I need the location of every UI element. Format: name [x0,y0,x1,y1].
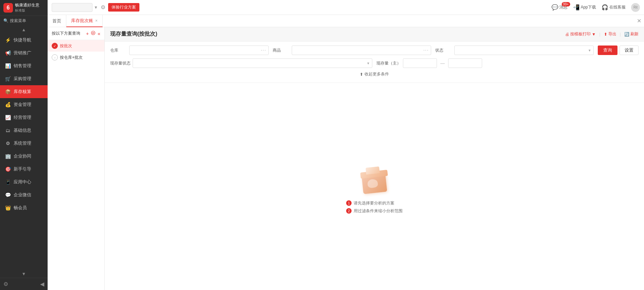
refresh-btn[interactable]: 🔄 刷新 [624,31,639,37]
sidebar-item-shortcut[interactable]: ⚡ 快捷导航 [0,34,48,47]
sidebar-item-base[interactable]: 🗂 基础信息 [0,124,48,137]
empty-illustration [356,159,393,196]
warehouse-input[interactable]: ··· [129,46,269,55]
stock-status-dropdown[interactable]: ▼ [133,58,372,68]
user-avatar-area[interactable]: Rit [631,3,640,12]
finance-icon: 💰 [5,102,11,108]
warehouse-label: 仓库 [110,48,127,53]
status-dropdown[interactable]: ▼ [454,46,594,55]
inventory-icon: 📦 [5,89,11,95]
sidebar-label-marketing: 营销推广 [14,50,31,56]
member-icon: 👑 [5,205,11,211]
tab-inventory-batch[interactable]: 库存批次账 × [66,15,103,27]
sidebar-item-system[interactable]: ⚙ 系统管理 [0,137,48,150]
stock-status-label: 现存量状态 [110,60,131,66]
sidebar-label-finance: 资金管理 [14,102,31,108]
stock-qty-field: 现存量（主） — [376,58,639,68]
topbar-search-input[interactable] [52,3,92,12]
base-icon: 🗂 [5,127,11,133]
message-icon: 💬 [552,4,558,11]
tab-close-btn[interactable]: × [95,18,98,23]
tab-inventory-batch-label: 库存批次账 [71,18,93,24]
search-area: 仓库 ··· 商品 ··· 状态 [105,41,644,83]
app-download-btn[interactable]: 📲 App下载 [573,4,596,11]
topbar-right: 💬 消息 99+ 📲 App下载 🎧 在线客服 Rit [552,3,640,12]
svg-point-0 [91,31,95,35]
tab-home-label: 首页 [52,18,61,24]
messages-btn[interactable]: 💬 消息 99+ [552,4,567,11]
experience-btn[interactable]: 体验行业方案 [108,3,139,12]
tab-home[interactable]: 首页 [48,15,66,27]
sidebar-item-appstore[interactable]: 📱 应用中心 [0,176,48,188]
app-download-label: App下载 [581,4,596,10]
sidebar-item-sales[interactable]: 📊 销售管理 [0,59,48,72]
page-header: 现存量查询(按批次) 🖨 按模板打印 ▼ | ⬆ 导出 | 🔄 [105,27,644,41]
template-print-label: 按模板打印 [570,31,591,37]
plan-item-by-warehouse-batch[interactable]: ○ 按仓库+批次 [48,52,104,63]
topbar-gear-btn[interactable]: ⚙ [99,3,107,12]
plan-item-by-batch[interactable]: ✓ 按批次 [48,40,104,52]
sidebar-nav: ⚡ 快捷导航 📢 营销推广 📊 销售管理 🛒 采购管理 📦 库存核算 💰 资金管… [0,34,48,270]
app-edition: 标准版 [15,8,39,13]
plan-label-by-warehouse-batch: 按仓库+批次 [60,55,83,60]
sidebar-item-newbie[interactable]: 🎯 新手引导 [0,163,48,176]
service-icon: 🎧 [601,4,608,11]
sidebar-search[interactable]: 🔍 搜索菜单 [0,16,48,26]
scroll-down-btn[interactable]: ▼ [0,270,48,278]
sidebar-label-enterprise: 企业协同 [14,153,31,159]
refresh-label: 刷新 [630,31,639,37]
sidebar-item-enterprise[interactable]: 🏢 企业协同 [0,150,48,163]
plan-settings-btn[interactable] [91,31,96,36]
sidebar-label-operations: 经营管理 [14,114,31,121]
plan-icon-outline-warehouse: ○ [52,54,58,60]
stock-qty-from[interactable] [403,58,437,68]
query-btn[interactable]: 查询 [598,46,617,55]
collapse-more-btn[interactable]: ⬆ 收起更多条件 [110,70,639,78]
sidebar-item-wechat[interactable]: 💬 企业微信 [0,188,48,201]
empty-hints: 1 请先选择要分析的方案 2 用过滤条件来缩小分析范围 [346,200,403,214]
search-actions: 查询 设置 [598,46,639,55]
stock-qty-to[interactable] [448,58,482,68]
system-icon: ⚙ [5,140,11,146]
divider1: | [599,32,600,37]
refresh-icon: 🔄 [624,32,629,37]
template-print-btn[interactable]: 🖨 按模板打印 ▼ [565,31,596,37]
tabs-bar: 首页 库存批次账 × ✕ [48,15,644,27]
plan-label-by-batch: 按批次 [60,43,72,49]
sidebar-label-wechat: 企业微信 [14,192,31,198]
left-panel-actions: + « [86,31,100,36]
export-btn[interactable]: ⬆ 导出 [604,31,616,37]
print-dropdown-icon: ▼ [592,32,596,37]
warehouse-field: 仓库 ··· [110,46,269,55]
topbar: ▼ ⚙ 体验行业方案 💬 消息 99+ 📲 App下载 🎧 在线客服 Rit [48,0,644,15]
sidebar-item-inventory[interactable]: 📦 库存核算 [0,85,48,98]
status-dropdown-arrow: ▼ [588,49,591,52]
page-title: 现存量查询(按批次) [110,31,157,38]
sidebar-label-purchase: 采购管理 [14,76,31,82]
sidebar-item-purchase[interactable]: 🛒 采购管理 [0,72,48,85]
left-panel-header: 按以下方案查询 + « [48,27,104,40]
sidebar-item-member[interactable]: 👑 畅会员 [0,201,48,214]
search-icon: 🔍 [3,18,9,23]
sidebar-item-marketing[interactable]: 📢 营销推广 [0,47,48,59]
sidebar-item-operations[interactable]: 📈 经营管理 [0,111,48,124]
app-info: 畅康通好生意 标准版 [15,3,39,13]
footer-collapse-icon[interactable]: ◀ [40,281,44,287]
collapse-panel-btn[interactable]: « [98,31,100,36]
add-plan-btn[interactable]: + [86,31,89,36]
appstore-icon: 📱 [5,179,11,185]
content-area: 按以下方案查询 + « ✓ 按批次 ○ 按仓库 [48,27,644,290]
scroll-up-btn[interactable]: ▲ [0,26,48,34]
enterprise-icon: 🏢 [5,153,11,159]
product-input[interactable]: ··· [292,46,431,55]
footer-settings-icon[interactable]: ⚙ [3,281,8,287]
topbar-dropdown-btn[interactable]: ▼ [94,5,98,10]
hint-text-2: 用过滤条件来缩小分析范围 [354,208,403,214]
close-all-btn[interactable]: ✕ [637,18,641,24]
settings-btn[interactable]: 设置 [620,46,639,55]
sidebar-item-finance[interactable]: 💰 资金管理 [0,98,48,111]
stock-status-arrow: ▼ [367,61,370,65]
company-name: 畅康通好生意 [15,3,39,8]
hint-item-1: 1 请先选择要分析的方案 [346,200,403,206]
online-service-btn[interactable]: 🎧 在线客服 [601,4,626,11]
